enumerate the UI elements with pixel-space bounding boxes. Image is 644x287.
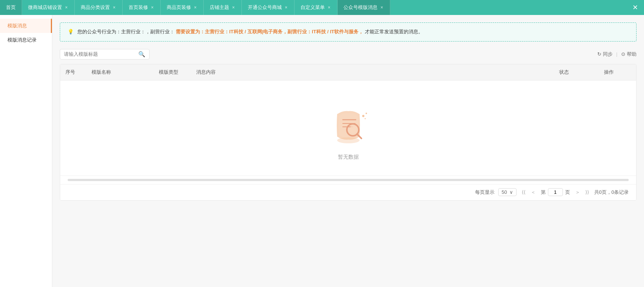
tab-product-decor[interactable]: 商品页装修 ×: [161, 0, 204, 15]
page-navigation-next: ＞ ⟩⟩: [574, 188, 591, 196]
data-table: 序号 模版名称 模版类型 消息内容 状态 操作: [60, 64, 637, 201]
prev-page-button[interactable]: ＜: [529, 188, 537, 196]
search-input[interactable]: [64, 51, 136, 57]
page-number-input[interactable]: [548, 188, 563, 196]
tab-shop-theme-label: 店铺主题: [210, 4, 229, 11]
tab-open-mall-label: 开通公众号商城: [248, 4, 282, 11]
page-size-select[interactable]: 50 ∨: [498, 188, 516, 196]
sidebar-item-template-msg[interactable]: 模版消息: [0, 19, 52, 33]
svg-point-5: [349, 126, 357, 134]
total-info: 共0页，0条记录: [594, 189, 629, 196]
tab-category-settings-label: 商品分类设置: [81, 4, 110, 11]
page-input-area: 第 页: [541, 188, 570, 196]
horizontal-scrollbar[interactable]: [68, 179, 629, 181]
sidebar-item-template-msg-log-label: 模版消息记录: [7, 37, 37, 43]
tab-shop-settings-label: 微商城店铺设置: [28, 4, 62, 11]
first-page-button[interactable]: ⟨⟨: [520, 189, 527, 196]
table-header: 序号 模版名称 模版类型 消息内容 状态 操作: [60, 64, 636, 80]
tab-shop-settings-close[interactable]: ×: [64, 4, 68, 11]
help-label: 帮助: [627, 51, 637, 58]
close-all-button[interactable]: ✕: [626, 3, 644, 12]
tab-category-settings[interactable]: 商品分类设置 ×: [75, 0, 123, 15]
sidebar-item-template-msg-label: 模版消息: [7, 23, 27, 28]
col-status: 状态: [554, 64, 599, 80]
notice-highlight: 需要设置为：主营行业：IT科技 / 互联网|电子商务，副营行业：IT科技 / I…: [176, 29, 363, 34]
page-size-chevron: ∨: [509, 189, 513, 195]
search-row: 🔍 ↻ 同步 | ⊙ 帮助: [60, 49, 637, 59]
help-icon: ⊙: [621, 51, 625, 57]
help-button[interactable]: ⊙ 帮助: [621, 51, 637, 58]
sidebar: 模版消息 模版消息记录: [0, 15, 52, 287]
tab-product-decor-label: 商品页装修: [167, 4, 191, 11]
empty-text: 暂无数据: [338, 154, 359, 161]
tab-home-decor[interactable]: 首页装修 ×: [123, 0, 161, 15]
tab-template-msg-close[interactable]: ×: [380, 4, 384, 11]
notice-banner: 💡 您的公众号行业为：主营行业：，副营行业： 需要设置为：主营行业：IT科技 /…: [60, 22, 637, 42]
tab-shop-theme[interactable]: 店铺主题 ×: [204, 0, 242, 15]
toolbar-divider: |: [616, 51, 617, 57]
search-box[interactable]: 🔍: [60, 49, 150, 59]
notice-prefix: 您的公众号行业为：主营行业：，副营行业：: [77, 29, 175, 34]
toolbar-right: ↻ 同步 | ⊙ 帮助: [597, 51, 637, 58]
tab-category-settings-close[interactable]: ×: [112, 4, 116, 11]
tab-custom-menu-label: 自定义菜单: [301, 4, 325, 11]
sync-icon: ↻: [597, 51, 601, 57]
svg-point-8: [366, 113, 367, 114]
tab-open-mall-close[interactable]: ×: [284, 4, 288, 11]
tab-home-label: 首页: [6, 4, 16, 11]
tab-template-msg[interactable]: 公众号模版消息 ×: [338, 0, 390, 15]
tab-home-decor-close[interactable]: ×: [150, 4, 154, 11]
notice-suffix: 才能正常发送预置的消息。: [365, 29, 423, 34]
pagination: 每页显示 50 ∨ ⟨⟨ ＜ 第 页 ＞ ⟩⟩ 共0页，0: [60, 184, 636, 200]
col-action: 操作: [599, 64, 636, 80]
page-size-label: 每页显示: [475, 189, 494, 196]
tab-custom-menu[interactable]: 自定义菜单 ×: [295, 0, 338, 15]
page-navigation: ⟨⟨ ＜: [520, 188, 537, 196]
sidebar-item-template-msg-log[interactable]: 模版消息记录: [0, 33, 52, 47]
svg-point-7: [362, 115, 364, 117]
tab-home[interactable]: 首页: [0, 0, 22, 15]
tab-shop-settings[interactable]: 微商城店铺设置 ×: [22, 0, 75, 15]
col-content: 消息内容: [191, 64, 554, 80]
tab-home-decor-label: 首页装修: [129, 4, 148, 11]
tab-template-msg-label: 公众号模版消息: [343, 4, 378, 11]
tab-custom-menu-close[interactable]: ×: [327, 4, 331, 11]
main-layout: 模版消息 模版消息记录 💡 您的公众号行业为：主营行业：，副营行业： 需要设置为…: [0, 15, 644, 287]
page-label-post: 页: [565, 189, 570, 196]
svg-point-9: [364, 118, 366, 119]
page-size-value: 50: [502, 189, 507, 195]
col-name: 模版名称: [86, 64, 154, 80]
content-area: 💡 您的公众号行业为：主营行业：，副营行业： 需要设置为：主营行业：IT科技 /…: [52, 15, 644, 287]
empty-illustration: [326, 103, 371, 148]
top-navigation: 首页 微商城店铺设置 × 商品分类设置 × 首页装修 × 商品页装修 × 店铺主…: [0, 0, 644, 15]
page-label-pre: 第: [541, 189, 546, 196]
tab-open-mall[interactable]: 开通公众号商城 ×: [242, 0, 295, 15]
next-page-button[interactable]: ＞: [574, 188, 582, 196]
col-type: 模版类型: [154, 64, 191, 80]
search-icon[interactable]: 🔍: [138, 51, 145, 58]
sync-label: 同步: [603, 51, 613, 58]
tab-shop-theme-close[interactable]: ×: [231, 4, 235, 11]
empty-state: 暂无数据: [60, 80, 636, 175]
col-index: 序号: [60, 64, 86, 80]
scrollbar-area: [60, 175, 636, 184]
tab-product-decor-close[interactable]: ×: [193, 4, 197, 11]
sync-button[interactable]: ↻ 同步: [597, 51, 613, 58]
last-page-button[interactable]: ⟩⟩: [584, 189, 591, 196]
notice-icon: 💡: [68, 28, 74, 36]
